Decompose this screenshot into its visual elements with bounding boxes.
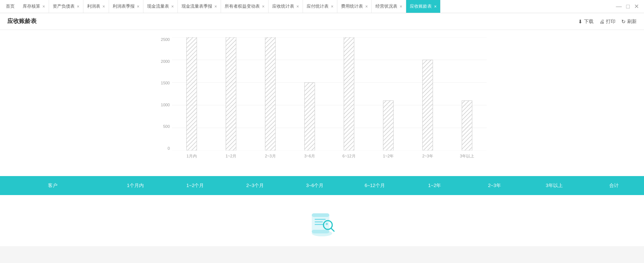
tab-item-10[interactable]: 经营状况表× xyxy=(372,0,406,13)
tab-close-icon[interactable]: × xyxy=(434,4,437,9)
x-axis-label: 3年以上 xyxy=(448,153,487,159)
chart-bar xyxy=(187,37,197,150)
svg-rect-10 xyxy=(312,230,329,233)
svg-line-15 xyxy=(331,228,334,231)
table-header: 客户1个月内1~2个月2~3个月3~6个月6~12个月1~2年2~3年3年以上合… xyxy=(0,176,644,195)
tab-close-icon[interactable]: × xyxy=(400,4,402,9)
tab-item-0[interactable]: 库存核算× xyxy=(19,0,49,13)
x-axis-label: 3~6月 xyxy=(290,153,330,159)
chart-bar xyxy=(383,101,393,150)
table-header-cell-9: 合计 xyxy=(584,182,644,189)
tab-close-icon[interactable]: × xyxy=(214,4,217,9)
tab-close-icon[interactable]: × xyxy=(331,4,333,9)
tab-item-6[interactable]: 所有者权益变动表× xyxy=(221,0,269,13)
chart-bar xyxy=(265,37,276,150)
print-label: 打印 xyxy=(606,18,615,25)
tab-item-7[interactable]: 应收统计表× xyxy=(269,0,303,13)
chart-bar xyxy=(462,101,472,150)
print-button[interactable]: 🖨 打印 xyxy=(599,18,615,25)
tab-close-icon[interactable]: × xyxy=(296,4,299,9)
x-axis-label: 2~3年 xyxy=(408,153,448,159)
svg-rect-13 xyxy=(315,224,324,225)
chart-container: 05001000150020002500 1月内1~2月2~3月3~6月6~12… xyxy=(157,37,487,161)
close-window-button[interactable]: ✕ xyxy=(633,2,640,11)
y-axis-label: 500 xyxy=(163,124,170,129)
chart-area: 05001000150020002500 1月内1~2月2~3月3~6月6~12… xyxy=(0,30,644,176)
table-header-cell-6: 1~2年 xyxy=(405,182,465,189)
y-axis: 05001000150020002500 xyxy=(157,37,172,150)
tab-close-icon[interactable]: × xyxy=(102,4,105,9)
y-axis-label: 2000 xyxy=(161,59,170,64)
table-header-cell-7: 2~3年 xyxy=(464,182,524,189)
table-header-cell-5: 6~12个月 xyxy=(345,182,405,189)
tab-close-icon[interactable]: × xyxy=(262,4,265,9)
x-axis: 1月内1~2月2~3月3~6月6~12月1~2年2~3年3年以上 xyxy=(172,150,487,161)
tab-item-2[interactable]: 利润表× xyxy=(83,0,109,13)
tab-bar: 首页 库存核算×资产负债表×利润表×利润表季报×现金流量表×现金流量表季报×所有… xyxy=(0,0,644,13)
tab-close-icon[interactable]: × xyxy=(171,4,174,9)
table-header-cell-3: 2~3个月 xyxy=(225,182,285,189)
print-icon: 🖨 xyxy=(599,19,604,24)
x-axis-label: 2~3月 xyxy=(251,153,290,159)
y-axis-label: 1500 xyxy=(161,81,170,85)
minimize-button[interactable]: — xyxy=(615,3,622,11)
refresh-icon: ↻ xyxy=(621,19,626,24)
header-actions: ⬇ 下载 🖨 打印 ↻ 刷新 xyxy=(578,18,637,25)
tab-item-4[interactable]: 现金流量表× xyxy=(143,0,178,13)
refresh-label: 刷新 xyxy=(627,18,637,25)
empty-state xyxy=(0,195,644,246)
x-axis-label: 1月内 xyxy=(172,153,211,159)
page-header: 应收账龄表 ⬇ 下载 🖨 打印 ↻ 刷新 xyxy=(0,13,644,30)
tab-home[interactable]: 首页 xyxy=(1,0,19,13)
svg-rect-12 xyxy=(315,221,323,222)
x-axis-label: 1~2年 xyxy=(369,153,408,159)
download-label: 下载 xyxy=(584,18,594,25)
tab-close-icon[interactable]: × xyxy=(137,4,139,9)
maximize-button[interactable]: □ xyxy=(625,3,630,11)
x-axis-label: 6~12月 xyxy=(329,153,369,159)
download-button[interactable]: ⬇ 下载 xyxy=(578,18,594,25)
x-axis-label: 1~2月 xyxy=(211,153,251,159)
tab-item-3[interactable]: 利润表季报× xyxy=(109,0,143,13)
tab-item-1[interactable]: 资产负债表× xyxy=(49,0,83,13)
tab-item-8[interactable]: 应付统计表× xyxy=(303,0,337,13)
tab-item-5[interactable]: 现金流量表季报× xyxy=(178,0,221,13)
svg-point-16 xyxy=(326,223,328,225)
page-title: 应收账龄表 xyxy=(7,18,37,25)
table-header-cell-2: 1~2个月 xyxy=(165,182,225,189)
tab-close-icon[interactable]: × xyxy=(77,4,79,9)
table-header-cell-0: 客户 xyxy=(0,182,105,189)
svg-rect-9 xyxy=(312,213,329,217)
table-header-cell-1: 1个月内 xyxy=(105,182,165,189)
download-icon: ⬇ xyxy=(578,19,583,24)
main-content: 05001000150020002500 1月内1~2月2~3月3~6月6~12… xyxy=(0,30,644,246)
empty-icon xyxy=(304,206,340,239)
tab-close-icon[interactable]: × xyxy=(42,4,45,9)
y-axis-label: 0 xyxy=(168,146,170,150)
tab-item-11[interactable]: 应收账龄表× xyxy=(406,0,441,13)
y-axis-label: 1000 xyxy=(161,103,170,107)
tab-item-9[interactable]: 费用统计表× xyxy=(337,0,372,13)
chart-svg xyxy=(172,37,487,150)
chart-bar xyxy=(423,60,433,150)
tab-close-icon[interactable]: × xyxy=(365,4,368,9)
chart-bar xyxy=(226,37,236,150)
chart-bar xyxy=(304,83,315,150)
y-axis-label: 2500 xyxy=(161,37,170,42)
table-header-cell-8: 3年以上 xyxy=(524,182,584,189)
svg-rect-11 xyxy=(315,219,326,220)
table-header-cell-4: 3~6个月 xyxy=(285,182,345,189)
refresh-button[interactable]: ↻ 刷新 xyxy=(621,18,637,25)
tab-bar-end: — □ ✕ xyxy=(615,2,643,11)
chart-bar xyxy=(344,37,354,150)
